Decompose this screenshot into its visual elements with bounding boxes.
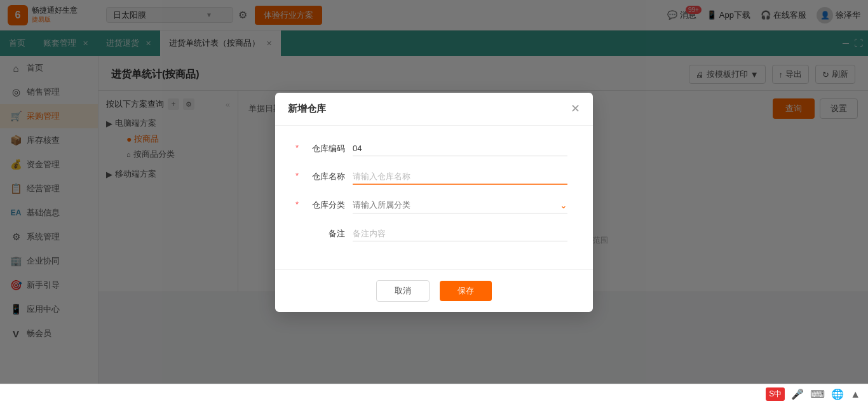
bottom-bar: S中 🎤 ⌨ 🌐 ▲ — [0, 384, 868, 404]
keyboard-icon[interactable]: ⌨ — [810, 388, 825, 400]
mic-icon[interactable]: 🎤 — [791, 388, 804, 400]
dropdown-arrow-icon: ⌄ — [560, 200, 567, 210]
remark-label: 备注 — [301, 228, 345, 239]
form-row-remark: 备注 — [301, 226, 567, 241]
name-input[interactable] — [353, 169, 567, 185]
code-input[interactable] — [353, 141, 567, 156]
new-warehouse-dialog: 新增仓库 ✕ 仓库编码 仓库名称 仓库分类 ⌄ — [275, 93, 593, 312]
dialog-title: 新增仓库 — [288, 103, 326, 115]
form-row-category: 仓库分类 ⌄ — [301, 198, 567, 213]
cancel-button[interactable]: 取消 — [376, 280, 430, 302]
name-label: 仓库名称 — [301, 171, 345, 182]
dialog-footer: 取消 保存 — [275, 269, 593, 312]
remark-input[interactable] — [353, 226, 567, 241]
close-icon[interactable]: ✕ — [571, 103, 580, 114]
form-row-code: 仓库编码 — [301, 141, 567, 156]
form-row-name: 仓库名称 — [301, 169, 567, 185]
category-select[interactable]: ⌄ — [353, 198, 567, 213]
category-label: 仓库分类 — [301, 199, 345, 211]
volume-icon[interactable]: ▲ — [850, 389, 860, 400]
dialog-header: 新增仓库 ✕ — [275, 93, 593, 126]
modal-overlay[interactable]: 新增仓库 ✕ 仓库编码 仓库名称 仓库分类 ⌄ — [0, 0, 868, 404]
dialog-body: 仓库编码 仓库名称 仓库分类 ⌄ 备注 — [275, 126, 593, 269]
category-input[interactable] — [353, 200, 560, 210]
network-icon[interactable]: 🌐 — [831, 388, 844, 400]
ime-icon[interactable]: S中 — [766, 387, 785, 401]
save-button[interactable]: 保存 — [440, 281, 492, 301]
code-label: 仓库编码 — [301, 143, 345, 154]
